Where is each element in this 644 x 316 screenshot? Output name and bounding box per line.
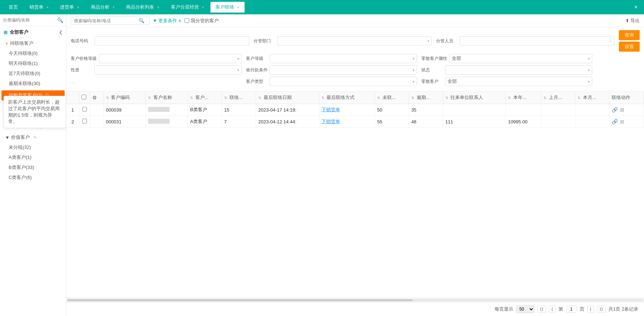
edit-icon-value-group[interactable]: ✎ [33, 135, 37, 140]
row1-method-link[interactable]: 下销货单 [321, 107, 340, 112]
nav-home[interactable]: 首页 [4, 2, 23, 13]
sort-icon-date[interactable]: ⇅ [258, 96, 261, 100]
row2-checkbox[interactable] [82, 119, 87, 123]
chevron-icon: ∧ [178, 18, 182, 23]
row2-check[interactable] [79, 116, 90, 128]
th-last-contact-date: ⇅ 最后联络日期 [256, 91, 319, 104]
sidebar-item-unclassified[interactable]: 未分组(32) [0, 142, 66, 152]
row1-grid-icon[interactable]: ⊞ [620, 107, 624, 113]
sort-icon-this-year[interactable]: ⇅ [508, 96, 511, 100]
th-customer-type: ⇅ 客户... [188, 91, 222, 104]
query-button[interactable]: 查询 [619, 30, 640, 40]
sidebar-all-customers[interactable]: ⊞ 全部客户 ❮ [0, 26, 66, 38]
customer-level-select[interactable]: ▾ [270, 54, 417, 63]
filter-search-box[interactable]: 🔍 [71, 16, 150, 25]
row1-this-year [506, 104, 541, 116]
adv-cell-customer-level: 客户等级 ▾ [246, 54, 417, 63]
gear-icon[interactable]: ⚙ [92, 95, 97, 100]
sort-icon-unread[interactable]: ⇅ [377, 96, 380, 100]
phone-input[interactable] [94, 36, 249, 46]
status-label: 状态 [421, 67, 443, 73]
customer-level-label: 客户等级 [246, 56, 268, 62]
nav-purchase-order[interactable]: 进货单 × [55, 2, 84, 13]
sidebar-group-pending-contact[interactable]: ▼ 待联络客户 [0, 38, 66, 48]
sidebar-search-area: 🔍 [0, 14, 66, 26]
retail-attr-chevron: ▾ [588, 57, 590, 61]
sidebar-item-class-a[interactable]: A类客户(1) [0, 152, 66, 162]
retail-customer-select[interactable]: 全部 ▾ [445, 77, 592, 86]
gender-select[interactable]: ▾ [94, 65, 242, 75]
page-last-btn[interactable]: ⟩⟩ [597, 306, 606, 313]
branch-person-select[interactable]: ··· [460, 36, 615, 46]
adv-cell-ellipsis: ... [71, 79, 242, 84]
sort-icon-name[interactable]: ⇅ [148, 96, 151, 100]
scrollbar-track[interactable] [67, 299, 643, 301]
horizontal-scrollbar[interactable] [66, 298, 644, 302]
sidebar-item-overdue-uncontacted[interactable]: 逾期未联络(30) [0, 79, 66, 89]
nav-sales-order[interactable]: 销货单 × [24, 2, 54, 13]
ellipsis-more[interactable]: ... [71, 79, 75, 84]
row2-action: 🔗 ⊞ [610, 116, 644, 128]
sidebar-value-customer-group[interactable]: ▼ 价值客户 ✎ [0, 132, 66, 142]
page-next-btn[interactable]: ⟩ [587, 306, 594, 313]
sort-icon-this-month[interactable]: ⇅ [578, 96, 580, 100]
row2-method-link[interactable]: 下销货单 [321, 119, 340, 124]
filter-icon: ▼ [153, 18, 157, 23]
page-number-input[interactable] [566, 306, 577, 313]
nav-customer-contact-close[interactable]: × [237, 5, 239, 9]
row1-check[interactable] [79, 104, 90, 116]
filter-search-input[interactable] [74, 18, 139, 23]
sidebar-item-today-pending[interactable]: 今天待联络(0) [0, 48, 66, 58]
nav-sales-order-close[interactable]: × [46, 5, 48, 9]
sidebar-search-input[interactable] [3, 18, 57, 23]
settings-button[interactable]: 设置 [619, 42, 640, 52]
th-settings[interactable]: ⚙ [90, 91, 103, 104]
more-conditions-btn[interactable]: ▼ 更多条件 ∧ [153, 18, 182, 24]
nav-product-analysis-list-close[interactable]: × [157, 5, 159, 9]
row2-num: 2 [66, 116, 79, 128]
sidebar-item-class-c[interactable]: C类客户(6) [0, 173, 66, 183]
page-size-select[interactable]: 50 100 200 [516, 305, 534, 313]
branch-dept-select[interactable]: ▾ [277, 36, 432, 46]
sidebar-item-7days-pending[interactable]: 近7天待联络(0) [0, 69, 66, 79]
row2-grid-icon[interactable]: ⊞ [620, 119, 624, 124]
nav-product-analysis-list[interactable]: 商品分析列表 × [121, 2, 164, 13]
sort-icon-historical[interactable]: ⇅ [445, 96, 448, 100]
export-btn[interactable]: ⬆ 导出 [625, 18, 640, 24]
row2-link-icon[interactable]: 🔗 [612, 119, 618, 124]
payment-terms-select[interactable]: ▾ [270, 65, 417, 75]
adv-filter-row-1: 电话号码 分管部门 ▾ 分管人员 ··· [71, 30, 640, 52]
page-first-btn[interactable]: ⟨⟨ [537, 306, 546, 313]
sidebar-item-class-b[interactable]: B类客户(33) [0, 162, 66, 173]
retail-attr-select[interactable]: 全部 ▾ [449, 54, 592, 63]
select-all-checkbox[interactable] [82, 95, 86, 99]
page-prev-btn[interactable]: ⟨ [549, 306, 556, 313]
sidebar-search-icon: 🔍 [57, 17, 63, 23]
sidebar-collapse-icon[interactable]: ❮ [59, 30, 62, 35]
nav-product-analysis-close[interactable]: × [112, 5, 115, 9]
status-select[interactable]: ▾ [445, 65, 592, 75]
sort-icon-code[interactable]: ⇅ [106, 96, 109, 100]
my-customers-checkbox[interactable] [185, 18, 189, 23]
sidebar-item-tomorrow-pending[interactable]: 明天待联络(1) [0, 58, 66, 69]
page-label: 第 [559, 306, 563, 312]
nav-customer-tier[interactable]: 客户分层经营 × [166, 2, 209, 13]
sort-icon-contact[interactable]: ⇅ [224, 96, 227, 100]
scrollbar-thumb[interactable] [67, 299, 413, 301]
row1-code: 000039 [103, 104, 145, 116]
nav-purchase-order-close[interactable]: × [77, 5, 79, 9]
nav-product-analysis[interactable]: 商品分析 × [86, 2, 120, 13]
row1-checkbox[interactable] [82, 107, 87, 112]
nav-customer-contact[interactable]: 客户联络 × [210, 2, 244, 13]
th-this-month: ⇅ 本月... [575, 91, 610, 104]
customer-type-select[interactable]: ▾ [270, 77, 417, 86]
sort-icon-type[interactable]: ⇅ [190, 96, 193, 100]
sort-icon-method[interactable]: ⇅ [321, 96, 324, 100]
price-level-select[interactable]: ▾ [99, 54, 242, 63]
nav-customer-tier-close[interactable]: × [202, 5, 204, 9]
sort-icon-overdue[interactable]: ⇅ [411, 96, 414, 100]
row2-customer-type: A类客户 [188, 116, 222, 128]
window-close-btn[interactable]: × [631, 3, 640, 12]
row1-link-icon[interactable]: 🔗 [612, 107, 618, 113]
sort-icon-last-month[interactable]: ⇅ [543, 96, 546, 100]
